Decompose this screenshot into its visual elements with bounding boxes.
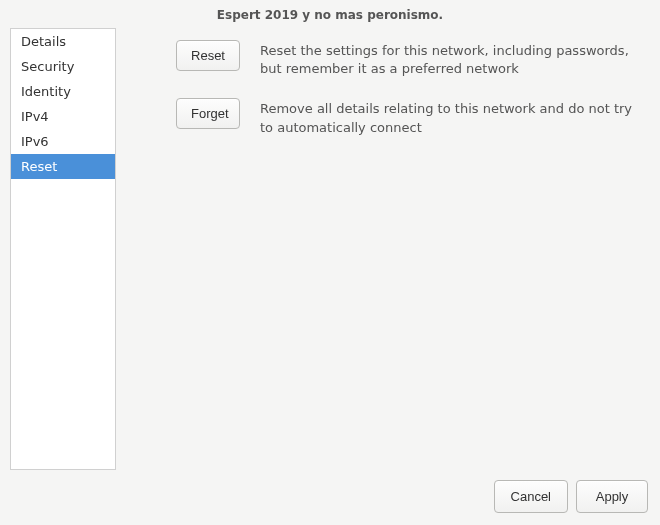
reset-description: Reset the settings for this network, inc… bbox=[260, 40, 640, 78]
sidebar-item-ipv6[interactable]: IPv6 bbox=[11, 129, 115, 154]
forget-row: Forget Remove all details relating to th… bbox=[176, 98, 640, 136]
forget-description: Remove all details relating to this netw… bbox=[260, 98, 640, 136]
content-area: Details Security Identity IPv4 IPv6 Rese… bbox=[0, 28, 660, 470]
sidebar-item-security[interactable]: Security bbox=[11, 54, 115, 79]
cancel-button[interactable]: Cancel bbox=[494, 480, 568, 513]
sidebar-item-details[interactable]: Details bbox=[11, 29, 115, 54]
main-panel: Reset Reset the settings for this networ… bbox=[126, 28, 650, 470]
footer: Cancel Apply bbox=[0, 470, 660, 525]
sidebar-item-reset[interactable]: Reset bbox=[11, 154, 115, 179]
reset-button[interactable]: Reset bbox=[176, 40, 240, 71]
sidebar: Details Security Identity IPv4 IPv6 Rese… bbox=[10, 28, 116, 470]
sidebar-item-identity[interactable]: Identity bbox=[11, 79, 115, 104]
sidebar-item-ipv4[interactable]: IPv4 bbox=[11, 104, 115, 129]
forget-button[interactable]: Forget bbox=[176, 98, 240, 129]
reset-row: Reset Reset the settings for this networ… bbox=[176, 40, 640, 78]
window-title: Espert 2019 y no mas peronismo. bbox=[0, 0, 660, 28]
apply-button[interactable]: Apply bbox=[576, 480, 648, 513]
